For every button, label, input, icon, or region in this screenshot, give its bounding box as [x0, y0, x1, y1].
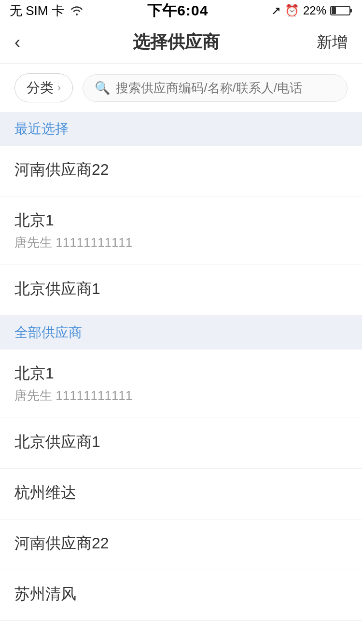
- item-name: 北京供应商1: [14, 279, 348, 300]
- svg-rect-2: [332, 7, 336, 14]
- list-item[interactable]: 北京1唐先生 11111111111: [0, 196, 362, 265]
- search-icon: 🔍: [95, 81, 110, 96]
- list-item[interactable]: 河南供应商22: [0, 146, 362, 196]
- list-item[interactable]: 北京供应商1: [0, 265, 362, 316]
- search-input[interactable]: [116, 81, 335, 96]
- category-label: 分类: [27, 79, 54, 97]
- back-button[interactable]: ‹: [14, 32, 43, 53]
- wifi-icon: [69, 5, 84, 16]
- battery-label: 22%: [303, 4, 326, 17]
- item-subtitle: 唐先生 11111111111: [14, 234, 348, 251]
- add-button[interactable]: 新增: [309, 32, 348, 53]
- list-item[interactable]: 河南供应商22: [0, 519, 362, 570]
- item-name: 杭州维达: [14, 482, 348, 504]
- search-box[interactable]: 🔍: [83, 74, 348, 102]
- list-item[interactable]: 苏州清风: [0, 570, 362, 621]
- item-name: 河南供应商22: [14, 159, 348, 181]
- recent-section-header: 最近选择: [0, 112, 362, 146]
- item-name: 北京1: [14, 363, 348, 384]
- recent-list: 河南供应商22北京1唐先生 11111111111北京供应商1: [0, 146, 362, 316]
- battery-icon: [330, 5, 352, 16]
- item-name: 北京供应商1: [14, 432, 348, 453]
- item-name: 北京1: [14, 210, 348, 231]
- status-bar: 无 SIM 卡 下午6:04 ↗ ⏰ 22%: [0, 0, 362, 21]
- no-sim-label: 无 SIM 卡: [10, 2, 64, 19]
- page-title: 选择供应商: [133, 30, 220, 54]
- status-time: 下午6:04: [147, 1, 208, 21]
- list-item[interactable]: 北京1唐先生 11111111111: [0, 350, 362, 418]
- alarm-icon: ⏰: [285, 4, 299, 17]
- all-section-label: 全部供应商: [14, 325, 82, 340]
- status-left: 无 SIM 卡: [10, 2, 84, 19]
- list-item[interactable]: 北京供应商1: [0, 418, 362, 469]
- category-chevron-icon: ›: [57, 82, 61, 94]
- category-button[interactable]: 分类 ›: [14, 73, 73, 102]
- nav-bar: ‹ 选择供应商 新增: [0, 21, 362, 64]
- svg-rect-1: [350, 9, 352, 13]
- location-icon: ↗: [271, 4, 281, 17]
- item-name: 河南供应商22: [14, 533, 348, 554]
- list-item[interactable]: 杭州维达: [0, 469, 362, 519]
- status-right: ↗ ⏰ 22%: [271, 4, 352, 17]
- item-subtitle: 唐先生 11111111111: [14, 387, 348, 404]
- item-name: 苏州清风: [14, 584, 348, 605]
- all-section-header: 全部供应商: [0, 316, 362, 350]
- recent-section-label: 最近选择: [14, 121, 69, 136]
- filter-bar: 分类 › 🔍: [0, 64, 362, 112]
- all-list: 北京1唐先生 11111111111北京供应商1杭州维达河南供应商22苏州清风: [0, 350, 362, 621]
